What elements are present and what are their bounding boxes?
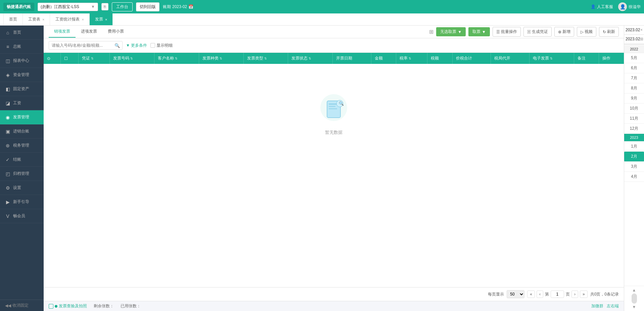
sidebar-item-salary[interactable]: ◪ 工资 xyxy=(0,96,44,110)
month-2023-3[interactable]: 3月 xyxy=(624,162,644,172)
col-invoice-type[interactable]: 发票类型⇅ xyxy=(243,53,288,64)
col-amount: 金额 xyxy=(371,53,396,64)
video-btn[interactable]: ▷ 视频 xyxy=(577,27,596,37)
join-group-link[interactable]: 加微群 xyxy=(591,303,603,309)
ai-service-btn[interactable]: 👤 人工客服 xyxy=(591,4,613,10)
tab-invoice[interactable]: 发票 × xyxy=(90,13,113,25)
sub-tab-sales-label: 销项发票 xyxy=(54,29,70,34)
sidebar-item-settings[interactable]: ⚙ 设置 xyxy=(0,181,44,195)
month-2022-11[interactable]: 11月 xyxy=(624,114,644,124)
search-input[interactable] xyxy=(49,41,123,50)
tab-home[interactable]: 首页 xyxy=(3,13,23,25)
show-detail-label: 显示明细 xyxy=(156,43,173,48)
month-2022-5[interactable]: 5月 xyxy=(624,53,644,63)
app-title: 畅捷通易代账 xyxy=(7,4,31,10)
month-2022-9[interactable]: 9月 xyxy=(624,93,644,104)
sidebar-item-tax[interactable]: ⊛ 税务管理 xyxy=(0,139,44,153)
month-2023-2[interactable]: 2月 xyxy=(624,152,644,162)
tab-salary-stat[interactable]: 工资统计报表 × xyxy=(50,13,89,25)
show-detail-checkbox[interactable] xyxy=(150,43,155,48)
month-2022-7[interactable]: 7月 xyxy=(624,73,644,83)
company-name: (勿删）江西股宝-LSS xyxy=(41,4,79,10)
date-panel-expand-icon[interactable]: ⊞ xyxy=(640,37,643,41)
tab-invoice-close[interactable]: × xyxy=(105,17,107,22)
col-tax-rate[interactable]: 税率⇅ xyxy=(396,53,427,64)
last-page-btn[interactable]: » xyxy=(580,290,588,298)
tab-salary[interactable]: 工资表 × xyxy=(23,13,50,25)
per-page-select[interactable]: 50 100 200 xyxy=(507,290,524,298)
sidebar-item-capital[interactable]: ◈ 资金管理 xyxy=(0,68,44,82)
refresh-btn[interactable]: ↻ 刷新 xyxy=(599,27,619,37)
month-2023-4[interactable]: 4月 xyxy=(624,172,644,182)
col-checkbox[interactable]: ☐ xyxy=(61,53,79,64)
tab-salary-stat-label: 工资统计报表 xyxy=(55,16,80,22)
period-text-label: 账期 xyxy=(163,4,171,10)
sidebar-item-archive[interactable]: ◰ 归档管理 xyxy=(0,167,44,181)
work-platform-btn[interactable]: 工作台 xyxy=(112,2,133,11)
month-2022-12[interactable]: 12月 xyxy=(624,124,644,134)
col-total: 价税合计 xyxy=(452,53,491,64)
tab-home-label: 首页 xyxy=(9,16,17,22)
no-select-btn[interactable]: 无选取票 ▼ xyxy=(436,27,466,36)
sidebar-item-guide[interactable]: ▶ 新手引导 xyxy=(0,195,44,209)
col-invoice-cat[interactable]: 发票种类⇅ xyxy=(199,53,243,64)
month-2023-1[interactable]: 1月 xyxy=(624,142,644,152)
col-setting[interactable]: ⊙ xyxy=(44,53,61,64)
sidebar-item-member[interactable]: V 畅会员 xyxy=(0,209,44,223)
switch-old-ver-btn[interactable]: 切到旧版 xyxy=(136,2,159,11)
company-selector[interactable]: (勿删）江西股宝-LSS ▼ xyxy=(38,3,98,11)
sidebar-item-report[interactable]: ◫ 报表中心 xyxy=(0,54,44,68)
sidebar-item-assets[interactable]: ◧ 固定资产 xyxy=(0,82,44,96)
sidebar-collapse-btn[interactable]: ◀◀ 收消固定 xyxy=(0,300,44,311)
month-2022-8[interactable]: 8月 xyxy=(624,83,644,93)
sidebar-item-home[interactable]: ⌂ 首页 xyxy=(0,26,44,40)
tab-salary-close[interactable]: × xyxy=(42,17,44,22)
batch-ops-icon: ☰ xyxy=(496,30,500,34)
date-panel-close-btn[interactable]: × xyxy=(640,28,643,32)
col-invoice-no[interactable]: 发票号码⇅ xyxy=(110,53,154,64)
user-area[interactable]: 👤 徐溢华 xyxy=(618,2,641,11)
sub-tab-purchase-invoice[interactable]: 进项发票 xyxy=(76,26,102,38)
validate-checkbox[interactable] xyxy=(49,304,53,309)
sub-tab-expense-receipt[interactable]: 费用小票 xyxy=(102,26,129,38)
period-value: 2023-02 xyxy=(172,4,187,9)
no-select-label: 无选取票 xyxy=(440,29,456,35)
show-detail-toggle[interactable]: 显示明细 xyxy=(150,43,173,48)
sidebar-item-invoice[interactable]: ◉ 发票管理 xyxy=(0,110,44,124)
home-icon: ⌂ xyxy=(5,30,10,35)
month-2022-10[interactable]: 10月 xyxy=(624,104,644,114)
collapse-label: 收消固定 xyxy=(12,303,29,308)
get-ticket-btn[interactable]: 取票 ▼ xyxy=(468,27,490,36)
sidebar-item-purchase[interactable]: ▣ 进销台账 xyxy=(0,124,44,139)
copy-btn[interactable]: ⎘ xyxy=(101,3,108,10)
sidebar-item-close[interactable]: ✓ 结账 xyxy=(0,153,44,167)
video-icon: ▷ xyxy=(581,30,584,34)
tab-salary-stat-close[interactable]: × xyxy=(82,17,84,22)
scroll-up-icon[interactable]: ▲ xyxy=(632,288,636,293)
col-invoice-status[interactable]: 发票状态⇅ xyxy=(288,53,333,64)
gen-voucher-btn[interactable]: ☵ 生成凭证 xyxy=(523,27,552,37)
table-wrap: ⊙ ☐ 凭证⇅ 发票号码⇅ 客户名称⇅ 发票种类⇅ 发票类型⇅ 发票状态⇅ 开票… xyxy=(44,53,624,287)
help-link[interactable]: 左右端 xyxy=(607,303,619,309)
search-wrap: 🔍 xyxy=(49,41,123,50)
month-2022-6[interactable]: 6月 xyxy=(624,63,644,73)
scroll-down-icon[interactable]: ▼ xyxy=(632,305,636,309)
col-voucher[interactable]: 凭证⇅ xyxy=(79,53,110,64)
first-page-btn[interactable]: « xyxy=(527,290,535,298)
col-electronic[interactable]: 电子发票⇅ xyxy=(530,53,574,64)
grid-layout-icon[interactable]: ⊞ xyxy=(429,29,433,35)
period-calendar-icon[interactable]: 📅 xyxy=(188,4,193,9)
sidebar-item-ledger[interactable]: ≡ 总账 xyxy=(0,40,44,54)
batch-ops-btn[interactable]: ☰ 批量操作 xyxy=(493,27,521,37)
prev-page-btn[interactable]: ‹ xyxy=(537,290,543,298)
col-customer[interactable]: 客户名称⇅ xyxy=(154,53,199,64)
new-btn[interactable]: ⊕ 新增 xyxy=(554,27,574,37)
content-area: 销项发票 进项发票 费用小票 ⊞ 无选取票 ▼ 取票 ▼ ☰ xyxy=(44,26,624,311)
tab-salary-label: 工资表 xyxy=(28,16,40,22)
batch-ops-label: 批量操作 xyxy=(501,29,517,35)
more-conditions-btn[interactable]: ▼ 更多条件 xyxy=(126,43,147,48)
page-input[interactable] xyxy=(551,290,564,298)
sub-tab-sales-invoice[interactable]: 销项发票 xyxy=(49,26,76,38)
year-2023: 2023 xyxy=(624,134,644,142)
next-page-btn[interactable]: › xyxy=(571,290,578,298)
